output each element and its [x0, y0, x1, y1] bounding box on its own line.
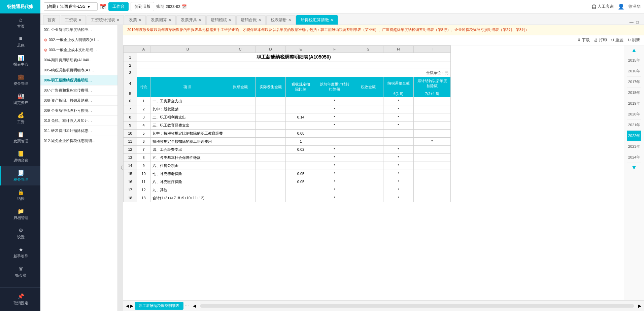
row-c6[interactable]: *: [383, 145, 414, 153]
row-c3[interactable]: 0.14: [286, 113, 316, 121]
tab-进销稽核[interactable]: 进销稽核✕: [206, 15, 236, 25]
minimize-button[interactable]: —: [630, 20, 634, 25]
sidebar-item-asset-mgmt[interactable]: 💼资金管理: [0, 70, 40, 90]
sidebar-item-home[interactable]: ⌂首页: [0, 13, 40, 32]
row-c1[interactable]: [225, 105, 256, 113]
sidebar-item-cancel-fixed[interactable]: 📌 取消固定: [0, 290, 40, 309]
tab-close-进销台账[interactable]: ✕: [258, 18, 261, 22]
year-down-button[interactable]: ▼: [630, 163, 639, 173]
list-item-003[interactable]: ⊗003-一般企业成本支出明细…: [40, 45, 117, 55]
row-c4[interactable]: *: [316, 121, 353, 129]
row-c2[interactable]: [256, 113, 286, 121]
row-c7[interactable]: [414, 113, 451, 121]
row-c2[interactable]: [256, 121, 286, 129]
tab-进销台账[interactable]: 进销台账✕: [236, 15, 266, 25]
row-c5[interactable]: [353, 137, 383, 145]
row-item[interactable]: 七、补充养老保险: [150, 170, 225, 178]
tab-close-所得税汇算清缴[interactable]: ✕: [330, 18, 333, 22]
row-c1[interactable]: [225, 194, 256, 202]
company-selector[interactable]: (勿删）江西睿宝-LSS ▼: [44, 2, 98, 11]
sidebar-item-general-ledger[interactable]: ≡总账: [0, 32, 40, 51]
row-c5[interactable]: [353, 178, 383, 186]
row-c3[interactable]: [286, 153, 316, 162]
row-item[interactable]: 八、补充医疗保险: [150, 178, 225, 186]
list-item-009[interactable]: 009-企业所得税弥补亏损明…: [40, 106, 117, 116]
row-c5[interactable]: [353, 113, 383, 121]
row-c3[interactable]: [286, 105, 316, 113]
sidebar-item-payroll[interactable]: 💰工资: [0, 109, 40, 128]
row-c6[interactable]: [383, 129, 414, 137]
year-item-2016年[interactable]: 2016年: [627, 66, 641, 77]
row-c6[interactable]: *: [383, 153, 414, 162]
row-c6[interactable]: *: [383, 186, 414, 194]
list-item-012[interactable]: 012-减免企业所得税优惠明细…: [40, 136, 117, 146]
bottom-scrollbar[interactable]: [200, 304, 634, 308]
tab-close-发票开具[interactable]: ✕: [198, 18, 201, 22]
row-c5[interactable]: [353, 121, 383, 129]
list-item-005[interactable]: 005-纳税调整项目明细表(A1…: [40, 65, 117, 75]
row-c1[interactable]: [225, 178, 256, 186]
row-item[interactable]: 合计(1+3+4+7+8+9+10+11+12): [150, 194, 225, 202]
row-c4[interactable]: *: [316, 178, 353, 186]
row-c5[interactable]: [353, 145, 383, 153]
tab-close-进销稽核[interactable]: ✕: [228, 18, 231, 22]
row-c4[interactable]: *: [316, 194, 353, 202]
sidebar-item-tax-mgmt[interactable]: 🧾税务管理: [0, 166, 40, 185]
list-item-010[interactable]: 010-免税、减计收入及加计…: [40, 116, 117, 126]
tab-close-工资统计报表[interactable]: ✕: [116, 18, 120, 22]
row-c7[interactable]: [414, 105, 451, 113]
row-item[interactable]: 二、职工福利费支出: [150, 113, 225, 121]
nav-scroll-left[interactable]: ◀: [193, 304, 196, 308]
row-c1[interactable]: [225, 153, 256, 162]
row-c3[interactable]: 0.05: [286, 178, 316, 186]
row-item[interactable]: 四、工会经费支出: [150, 145, 225, 153]
year-item-2022年[interactable]: 2022年: [627, 131, 641, 141]
list-item-004[interactable]: 004-期间费用明细表(A1040…: [40, 55, 117, 65]
row-c2[interactable]: [256, 162, 286, 170]
row-c4[interactable]: *: [316, 186, 353, 194]
row-c4[interactable]: *: [316, 145, 353, 153]
support-link[interactable]: 🎧 人工客询: [591, 4, 614, 9]
row-c6[interactable]: [383, 137, 414, 145]
print-button[interactable]: 🖨 打印: [594, 37, 607, 43]
tab-税表清册[interactable]: 税表清册✕: [266, 15, 296, 25]
bottom-tab[interactable]: 职工薪酬纳税调整明细表: [135, 302, 183, 310]
row-c2[interactable]: [256, 97, 286, 105]
row-c2[interactable]: [256, 145, 286, 153]
row-c2[interactable]: [256, 137, 286, 145]
row-c7[interactable]: [414, 162, 451, 170]
row-c6[interactable]: *: [383, 170, 414, 178]
row-c4[interactable]: *: [316, 170, 353, 178]
row-c1[interactable]: [225, 170, 256, 178]
row-item[interactable]: 一、工资薪金支出: [150, 97, 225, 105]
collapse-button[interactable]: 《: [118, 25, 123, 311]
tab-close-发票测算[interactable]: ✕: [168, 18, 171, 22]
tab-close-工资表[interactable]: ✕: [78, 18, 81, 22]
row-c6[interactable]: *: [383, 162, 414, 170]
row-c2[interactable]: [256, 186, 286, 194]
row-c3[interactable]: 0.02: [286, 145, 316, 153]
sidebar-item-new-guide[interactable]: ★新手引导: [0, 243, 40, 262]
row-c7[interactable]: [414, 186, 451, 194]
row-c4[interactable]: *: [316, 162, 353, 170]
list-item-008[interactable]: 008-资产折旧、摊销及纳税…: [40, 96, 117, 106]
row-item[interactable]: 其中：股权激励: [150, 105, 225, 113]
row-item[interactable]: 九、其他: [150, 186, 225, 194]
sidebar-item-closing[interactable]: 🔒结账: [0, 185, 40, 205]
row-c3[interactable]: [286, 121, 316, 129]
row-c6[interactable]: *: [383, 194, 414, 202]
sidebar-item-sales-ledger[interactable]: 📒进销台账: [0, 147, 40, 166]
sidebar-item-fixed-asset[interactable]: 🏭固定资产: [0, 90, 40, 109]
oldver-button[interactable]: 切到旧版: [131, 2, 154, 11]
tab-所得税汇算清缴[interactable]: 所得税汇算清缴✕: [296, 15, 338, 25]
tab-工资表[interactable]: 工资表✕: [61, 15, 86, 25]
row-c3[interactable]: [286, 194, 316, 202]
row-c7[interactable]: [414, 121, 451, 129]
row-item[interactable]: 其中：按税收规定比例扣除的职工教育经费: [150, 129, 225, 137]
nav-scroll-right[interactable]: ▶: [638, 304, 641, 308]
sidebar-item-settings[interactable]: ⚙设置: [0, 224, 40, 243]
list-item-002[interactable]: ⊗002-一般企业收入明细表(A1…: [40, 35, 117, 45]
row-c6[interactable]: *: [383, 121, 414, 129]
list-item-001[interactable]: 001-企业所得税年度纳税申…: [40, 25, 117, 35]
row-c2[interactable]: [256, 178, 286, 186]
